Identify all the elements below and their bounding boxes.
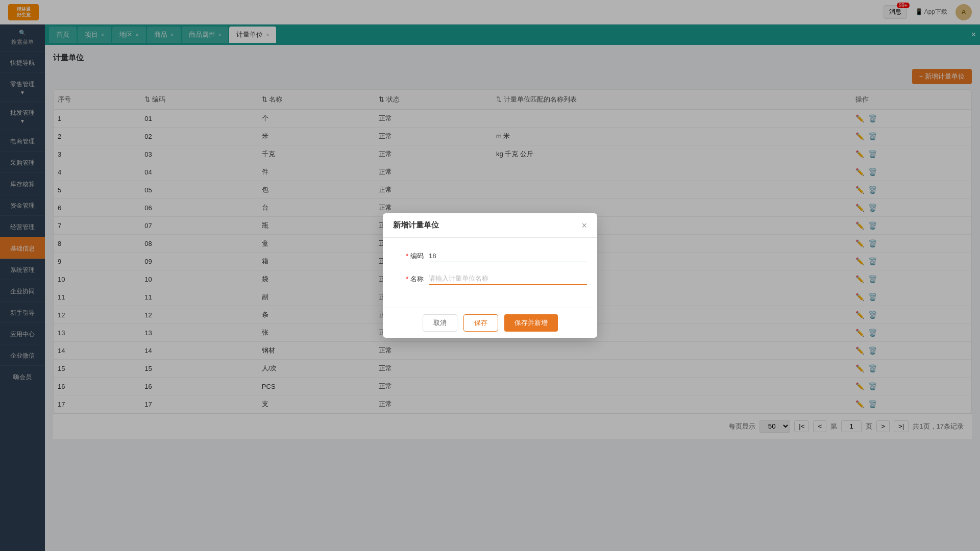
cancel-button[interactable]: 取消 (423, 314, 457, 332)
name-input[interactable] (429, 272, 587, 285)
save-button[interactable]: 保存 (463, 314, 498, 332)
modal-overlay: 新增计量单位 × 编码 名称 取消 保存 保存并新增 (0, 0, 980, 551)
code-form-row: 编码 (393, 250, 587, 262)
modal-footer: 取消 保存 保存并新增 (383, 308, 597, 338)
save-and-new-button[interactable]: 保存并新增 (504, 314, 558, 332)
modal-body: 编码 名称 (383, 238, 597, 308)
code-input[interactable] (429, 250, 587, 262)
modal-header: 新增计量单位 × (383, 213, 597, 238)
add-unit-modal: 新增计量单位 × 编码 名称 取消 保存 保存并新增 (383, 213, 597, 338)
name-form-row: 名称 (393, 272, 587, 285)
modal-title: 新增计量单位 (393, 220, 439, 230)
name-label: 名称 (393, 274, 424, 284)
modal-close-button[interactable]: × (581, 221, 587, 230)
code-label: 编码 (393, 252, 424, 261)
